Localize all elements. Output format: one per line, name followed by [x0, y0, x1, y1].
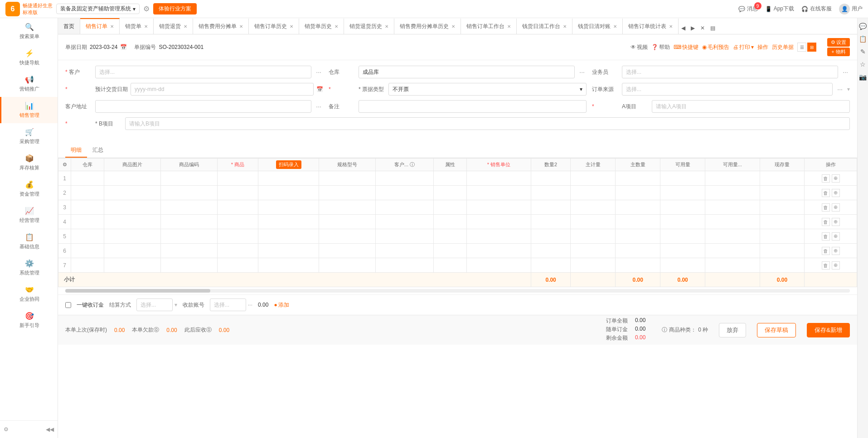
row-copy-btn[interactable]: ⊕ [832, 247, 840, 255]
calendar-icon[interactable]: 📅 [120, 44, 127, 50]
right-chat-btn[interactable]: 💬 [858, 22, 868, 31]
customer-ellipsis-icon[interactable]: ··· [314, 68, 323, 76]
row-delete-btn[interactable]: 🗑 [822, 174, 830, 183]
tab-close-icon[interactable]: ✕ [507, 24, 511, 29]
tab-close-all[interactable]: ✕ [698, 22, 708, 34]
tab-close-icon[interactable]: ✕ [335, 24, 338, 29]
sidebar-item-basic[interactable]: 📋 基础信息 [0, 228, 58, 255]
tab-close-icon[interactable]: ✕ [144, 24, 148, 29]
tab-close-icon[interactable]: ✕ [451, 24, 455, 29]
tab-close-icon[interactable]: ✕ [184, 24, 187, 29]
settlement-select[interactable] [136, 298, 173, 311]
scan-button[interactable]: 扫码录入 [276, 160, 301, 169]
message-button[interactable]: 💬 消息 9 [738, 5, 758, 13]
tab-close-icon[interactable]: ✕ [563, 24, 567, 29]
tab-sales-statistics[interactable]: 销售订单统计表 ✕ [623, 18, 679, 34]
tab-sales-fee[interactable]: 销售费用分摊单 ✕ [193, 18, 249, 34]
tab-close-icon[interactable]: ✕ [385, 24, 388, 29]
tab-order-workspace[interactable]: 销售订单工作台 ✕ [461, 18, 517, 34]
print-action[interactable]: 🖨 打印 ▾ [733, 43, 754, 51]
help-action[interactable]: ❓ 帮助 [651, 43, 670, 51]
address-input[interactable] [95, 100, 311, 113]
horizontal-scrollbar[interactable] [65, 289, 850, 293]
add-payment-button[interactable]: ● 添加 [274, 301, 289, 309]
row-copy-btn[interactable]: ⊕ [832, 218, 840, 226]
trial-solution-button[interactable]: 体验行业方案 [153, 3, 197, 14]
salesperson-ellipsis-icon[interactable]: ··· [841, 68, 850, 76]
system-title-dropdown[interactable]: 装备及固定资产辅助管理系统 ▾ [56, 4, 140, 14]
remark-input[interactable] [359, 100, 587, 113]
settings-button[interactable]: ⚙ 设置 [827, 38, 850, 47]
row-copy-btn[interactable]: ⊕ [832, 203, 840, 212]
tab-close-icon[interactable]: ✕ [110, 24, 114, 29]
one-click-checkbox[interactable] [65, 302, 71, 308]
warehouse-select[interactable]: 成品库 [359, 66, 575, 78]
order-source-ellipsis-icon[interactable]: ··· [835, 86, 844, 93]
b-project-input[interactable] [125, 117, 850, 130]
online-service-button[interactable]: 🎧 在线客服 [801, 5, 832, 13]
grid-view-btn[interactable]: ⊞ [807, 43, 816, 52]
row-copy-btn[interactable]: ⊕ [832, 261, 840, 270]
tab-detail[interactable]: 明细 [65, 144, 87, 158]
row-delete-btn[interactable]: 🗑 [822, 189, 830, 197]
tab-summary[interactable]: 汇总 [87, 144, 109, 158]
profit-action[interactable]: ◉ 毛利预告 [702, 43, 729, 51]
save-new-button[interactable]: 保存&新增 [807, 323, 850, 337]
tab-sales-slip[interactable]: 销货单 ✕ [120, 18, 154, 34]
tab-return-history[interactable]: 销货退货历史 ✕ [344, 18, 394, 34]
col-scan[interactable]: 扫码录入 [258, 159, 319, 171]
tab-menu-arrow[interactable]: ▤ [708, 22, 718, 34]
sidebar-item-operations[interactable]: 📈 经营管理 [0, 202, 58, 228]
gear-icon[interactable]: ⚙ [143, 5, 150, 13]
tab-home[interactable]: 首页 [58, 18, 80, 34]
row-delete-btn[interactable]: 🗑 [822, 232, 830, 241]
sidebar-item-quicknav[interactable]: ⚡ 快捷导航 [0, 44, 58, 71]
receipt-ellipsis-icon[interactable]: ··· [248, 302, 252, 308]
add-material-button[interactable]: + 物料 [827, 48, 850, 56]
sidebar-item-finance[interactable]: 💰 资金管理 [0, 176, 58, 202]
tab-sales-order[interactable]: 销售订单 ✕ [80, 18, 120, 34]
sidebar-collapse-icon[interactable]: ◀◀ [46, 426, 54, 433]
row-copy-btn[interactable]: ⊕ [832, 232, 840, 241]
row-copy-btn[interactable]: ⊕ [832, 189, 840, 197]
list-view-btn[interactable]: ☰ [797, 43, 806, 52]
view-action[interactable]: 👁 视频 [630, 43, 648, 51]
row-delete-btn[interactable]: 🗑 [822, 261, 830, 270]
sidebar-item-inventory[interactable]: 📦 库存核算 [0, 149, 58, 176]
warehouse-ellipsis-icon[interactable]: ··· [577, 68, 587, 76]
tab-close-icon[interactable]: ✕ [613, 24, 617, 29]
row-delete-btn[interactable]: 🗑 [822, 203, 830, 212]
sidebar-item-purchase[interactable]: 🛒 采购管理 [0, 123, 58, 149]
app-download-button[interactable]: 📱 App下载 [765, 5, 794, 13]
row-copy-btn[interactable]: ⊕ [832, 174, 840, 183]
tab-sales-order-history[interactable]: 销售订单历史 ✕ [249, 18, 299, 34]
sidebar-item-guide[interactable]: 🎯 新手引导 [0, 307, 58, 333]
tab-close-icon[interactable]: ✕ [239, 24, 243, 29]
right-star-btn[interactable]: ☆ [858, 60, 868, 69]
right-clipboard-btn[interactable]: 📋 [858, 34, 868, 43]
tab-next-arrow[interactable]: ▶ [688, 22, 698, 34]
tab-sales-slip-history[interactable]: 销货单历史 ✕ [299, 18, 344, 34]
shortcut-action[interactable]: ⌨ 快捷键 [674, 43, 698, 51]
delivery-date-input[interactable] [131, 83, 314, 96]
discard-button[interactable]: 放弃 [719, 323, 746, 337]
sidebar-item-marketing[interactable]: 📢 营销推广 [0, 71, 58, 97]
sidebar-item-enterprise[interactable]: 🤝 企业协同 [0, 281, 58, 307]
tab-close-icon[interactable]: ✕ [669, 24, 673, 29]
user-menu[interactable]: 👤 用户 [839, 4, 863, 14]
tab-prev-arrow[interactable]: ◀ [679, 22, 688, 34]
receipt-account-input[interactable] [210, 298, 246, 311]
a-project-input[interactable] [652, 100, 850, 113]
row-delete-btn[interactable]: 🗑 [822, 218, 830, 226]
col-settings[interactable]: ⚙ [58, 159, 71, 171]
sidebar-item-search[interactable]: 🔍 搜索菜单 [0, 18, 58, 44]
customer-input[interactable] [95, 66, 311, 78]
save-draft-button[interactable]: 保存草稿 [757, 323, 796, 337]
history-action[interactable]: 历史单据 [772, 43, 794, 51]
tab-daily-reconcile[interactable]: 钱货日清对账 ✕ [572, 18, 623, 34]
invoice-type-select[interactable]: 不开票 ▾ [388, 83, 587, 96]
sidebar-item-system[interactable]: ⚙️ 系统管理 [0, 255, 58, 281]
operate-action[interactable]: 操作 [757, 43, 768, 51]
sidebar-gear-icon[interactable]: ⚙ [4, 426, 9, 433]
tab-daily-workspace[interactable]: 钱货日清工作台 ✕ [517, 18, 572, 34]
